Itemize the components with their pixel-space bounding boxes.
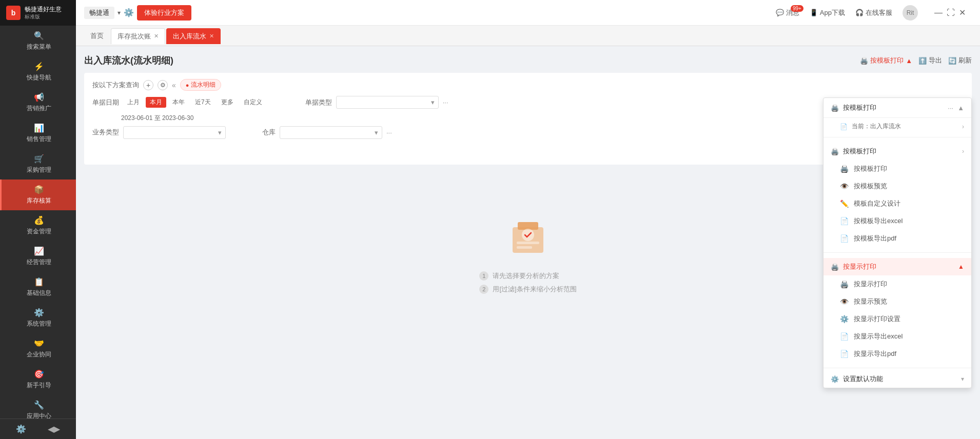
template-print-section: 🖨️ 按模板打印 › 🖨️ 按模板打印 👁️ 按模板预览 ✏️ 模板自定义设计 [824, 139, 971, 250]
warehouse-more-btn[interactable]: ··· [386, 129, 392, 136]
sidebar-item-apps[interactable]: 🔧 应用中心 [0, 395, 76, 418]
date-shortcut-this-year[interactable]: 本年 [168, 97, 189, 108]
sidebar-item-sales[interactable]: 📊 销售管理 [0, 118, 76, 149]
current-icon: 📄 [840, 123, 848, 130]
warehouse-field: 仓库 ··· [262, 126, 392, 139]
item-design-icon: ✏️ [840, 199, 849, 208]
minimize-icon[interactable]: — [934, 8, 943, 17]
username-display: 畅捷通 [84, 7, 114, 19]
tab-home[interactable]: 首页 [84, 28, 110, 44]
sidebar-item-inventory[interactable]: 📦 库存核算 [0, 179, 76, 210]
svg-point-2 [522, 229, 534, 241]
header-right: 💬 消息 99+ 📱 App下载 🎧 在线客服 Rit — ⛶ ✕ [776, 5, 972, 21]
collab-icon: 🤝 [34, 338, 44, 348]
system-icon: ⚙️ [34, 308, 44, 317]
empty-hint-2: 2 用[过滤]条件来缩小分析范围 [479, 285, 576, 294]
sidebar-item-finance[interactable]: 💰 资金管理 [0, 210, 76, 241]
bill-type-select[interactable] [336, 96, 439, 109]
logo-icon: b [6, 6, 21, 20]
print-dropdown-chevron: ▲ [906, 57, 912, 65]
date-shortcut-7days[interactable]: 近7天 [191, 97, 215, 108]
sidebar-item-operations[interactable]: 📈 经营管理 [0, 241, 76, 272]
date-shortcut-custom[interactable]: 自定义 [240, 97, 266, 108]
dropdown-current-item: 📄 当前：出入库流水 › [824, 118, 971, 135]
user-dropdown-btn[interactable]: ▾ [117, 9, 121, 16]
filter-settings-button[interactable]: ⚙ [158, 80, 168, 90]
business-type-label: 业务类型 [92, 128, 119, 137]
sidebar-bottom: ⚙️ ◀▶ [0, 418, 76, 439]
dropdown-item-template-preview[interactable]: 👁️ 按模板预览 [824, 177, 971, 195]
main-area: 畅捷通 ▾ ⚙️ 体验行业方案 💬 消息 99+ 📱 App下载 🎧 在线客服 … [76, 0, 980, 439]
display-print-section: 🖨️ 按显示打印 ▲ 🖨️ 按显示打印 👁️ 按显示预览 ⚙️ 按显示打印设置 [824, 255, 971, 366]
empty-illustration [502, 212, 554, 263]
dropdown-more-icon[interactable]: ··· [948, 104, 953, 112]
close-icon[interactable]: ✕ [959, 8, 966, 17]
messages-item[interactable]: 💬 消息 99+ [776, 8, 799, 17]
date-shortcut-more[interactable]: 更多 [217, 97, 238, 108]
dropdown-item-display-print[interactable]: 🖨️ 按显示打印 [824, 275, 971, 293]
business-type-select-wrapper [123, 126, 226, 139]
dropdown-item-display-pdf[interactable]: 📄 按显示导出pdf [824, 345, 971, 363]
page-header: 出入库流水(流水明细) 🖨️ 按模板打印 ▲ ⬆️ 导出 🔄 刷新 [84, 54, 972, 67]
print-dropdown-panel: 🖨️ 按模板打印 ··· ▲ 📄 当前：出入库流水 › [823, 97, 972, 388]
display-print-header[interactable]: 🖨️ 按显示打印 ▲ [824, 258, 971, 275]
business-type-field: 业务类型 ▾ [92, 126, 223, 139]
sidebar-item-shortcuts[interactable]: ⚡ 快捷导航 [0, 56, 76, 87]
header-settings-icon[interactable]: ⚙️ [124, 8, 134, 17]
print-template-btn[interactable]: 🖨️ 按模板打印 ▲ [860, 56, 912, 65]
date-shortcut-prev-month[interactable]: 上月 [123, 97, 144, 108]
trial-button[interactable]: 体验行业方案 [137, 5, 191, 21]
message-badge: 99+ [791, 5, 803, 12]
sidebar-item-marketing[interactable]: 📢 营销推广 [0, 87, 76, 118]
sidebar-item-collab[interactable]: 🤝 企业协同 [0, 333, 76, 364]
warehouse-select[interactable] [280, 126, 382, 139]
dropdown-item-template-print[interactable]: 🖨️ 按模板打印 [824, 160, 971, 177]
display-section-chevron: ▲ [958, 263, 964, 270]
collapse-icon[interactable]: ◀▶ [48, 424, 60, 434]
basic-icon: 📋 [34, 277, 44, 287]
sidebar-item-search[interactable]: 🔍 搜索菜单 [0, 26, 76, 56]
dropdown-item-display-settings[interactable]: ⚙️ 按显示打印设置 [824, 310, 971, 328]
template-print-header[interactable]: 🖨️ 按模板打印 › [824, 143, 971, 160]
sidebar-item-system[interactable]: ⚙️ 系统管理 [0, 303, 76, 333]
sidebar-item-purchase[interactable]: 🛒 采购管理 [0, 149, 76, 179]
bill-type-label: 单据类型 [305, 98, 332, 107]
dropdown-item-template-excel[interactable]: 📄 按模板导出excel [824, 212, 971, 230]
settings-bottom-icon[interactable]: ⚙️ [16, 424, 26, 434]
operations-icon: 📈 [34, 246, 44, 256]
dropdown-header: 🖨️ 按模板打印 ··· ▲ [824, 98, 971, 118]
tab-batch-close[interactable]: ✕ [154, 33, 159, 39]
tab-batch[interactable]: 库存批次账 ✕ [111, 28, 165, 44]
dropdown-item-template-design[interactable]: ✏️ 模板自定义设计 [824, 195, 971, 212]
svg-rect-1 [518, 222, 538, 230]
dropdown-item-template-pdf[interactable]: 📄 按模板导出pdf [824, 230, 971, 247]
divider-3 [824, 368, 971, 368]
avatar-item[interactable]: Rit [903, 5, 918, 21]
filter-collapse-button[interactable]: « [172, 81, 176, 89]
bill-type-more-btn[interactable]: ··· [443, 98, 448, 106]
current-chevron: › [962, 123, 964, 130]
tab-flow-close[interactable]: ✕ [209, 33, 214, 39]
dropdown-item-display-excel[interactable]: 📄 按显示导出excel [824, 328, 971, 345]
online-service-item[interactable]: 🎧 在线客服 [855, 8, 892, 17]
date-shortcut-this-month[interactable]: 本月 [146, 97, 166, 108]
search-icon: 🔍 [34, 31, 44, 41]
export-btn[interactable]: ⬆️ 导出 [918, 56, 942, 65]
item-preview-icon: 👁️ [840, 182, 849, 190]
default-settings-header[interactable]: ⚙️ 设置默认功能 ▾ [824, 370, 971, 388]
refresh-btn[interactable]: 🔄 刷新 [948, 56, 972, 65]
warehouse-label: 仓库 [262, 128, 276, 137]
sidebar-item-basic[interactable]: 📋 基础信息 [0, 272, 76, 303]
item-print-icon: 🖨️ [840, 165, 849, 173]
tab-flow[interactable]: 出入库流水 ✕ [166, 28, 221, 44]
sales-icon: 📊 [34, 123, 44, 133]
maximize-icon[interactable]: ⛶ [947, 8, 955, 17]
app-download-item[interactable]: 📱 App下载 [810, 8, 845, 17]
dropdown-item-display-preview[interactable]: 👁️ 按显示预览 [824, 293, 971, 310]
sidebar-item-guide[interactable]: 🎯 新手引导 [0, 364, 76, 395]
dropdown-close-chevron[interactable]: ▲ [957, 104, 964, 112]
business-type-select[interactable] [123, 126, 226, 139]
filter-add-button[interactable]: + [143, 80, 153, 90]
date-range-display: 2023-06-01 至 2023-06-30 [92, 114, 193, 123]
app-logo: b 畅捷通好生意 标准版 [0, 0, 76, 26]
